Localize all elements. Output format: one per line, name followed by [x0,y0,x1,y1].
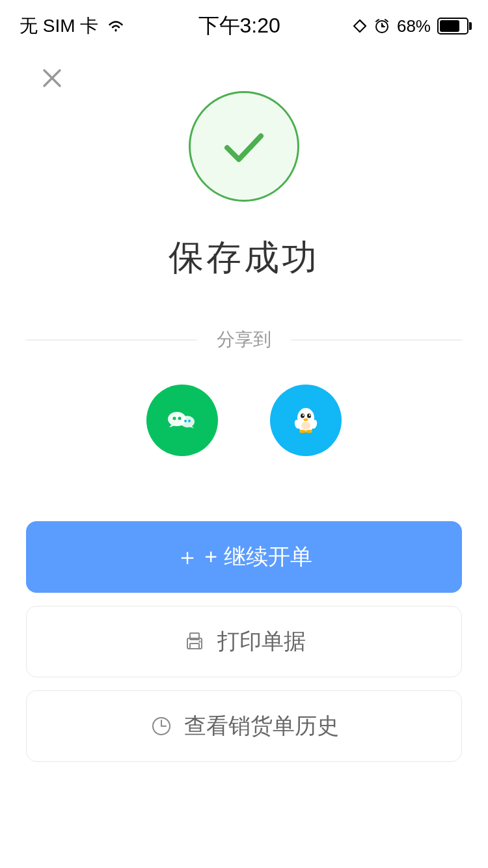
print-button-label: 打印单据 [217,627,306,657]
svg-rect-23 [190,644,199,649]
wechat-icon [163,401,202,440]
svg-point-15 [304,418,308,421]
svg-point-17 [306,430,312,433]
main-content: 保存成功 分享到 [0,52,488,762]
location-icon [353,19,367,33]
continue-button-label: + 继续开单 [204,542,312,572]
svg-point-7 [184,420,187,422]
history-button[interactable]: 查看销货单历史 [26,690,462,762]
action-buttons: ＋ + 继续开单 打印单据 查看销货单历 [0,521,488,762]
svg-point-20 [301,422,310,429]
svg-point-24 [199,641,201,643]
printer-icon [182,629,207,654]
svg-point-4 [180,416,195,427]
alarm-icon [373,18,390,34]
status-time: 下午3:20 [198,12,280,40]
history-button-label: 查看销货单历史 [184,711,339,741]
battery-icon [437,18,468,34]
svg-point-12 [307,414,311,418]
svg-point-14 [309,414,310,416]
status-bar: 无 SIM 卡 下午3:20 68% [0,0,488,52]
share-label: 分享到 [197,327,291,352]
success-icon-circle [189,91,299,202]
plus-icon: ＋ [176,541,199,573]
status-left: 无 SIM 卡 [20,14,126,38]
close-button[interactable] [33,59,72,98]
qq-share-button[interactable] [270,385,342,456]
svg-point-13 [303,414,304,416]
svg-point-11 [301,414,305,418]
svg-point-5 [173,417,176,420]
wechat-share-button[interactable] [146,385,218,456]
qq-icon [286,401,325,440]
print-button[interactable]: 打印单据 [26,606,462,677]
success-title: 保存成功 [169,234,319,282]
battery-percentage: 68% [397,16,431,36]
status-right: 68% [353,16,468,36]
history-icon [149,714,174,739]
svg-point-16 [299,430,306,433]
sim-status: 无 SIM 卡 [20,14,98,38]
continue-button[interactable]: ＋ + 继续开单 [26,521,462,593]
checkmark-icon [218,120,270,172]
svg-point-8 [188,420,191,422]
share-icons-row [0,385,488,456]
share-divider: 分享到 [0,327,488,352]
share-section: 分享到 [0,327,488,489]
svg-point-6 [178,417,182,420]
wifi-icon [106,18,126,34]
